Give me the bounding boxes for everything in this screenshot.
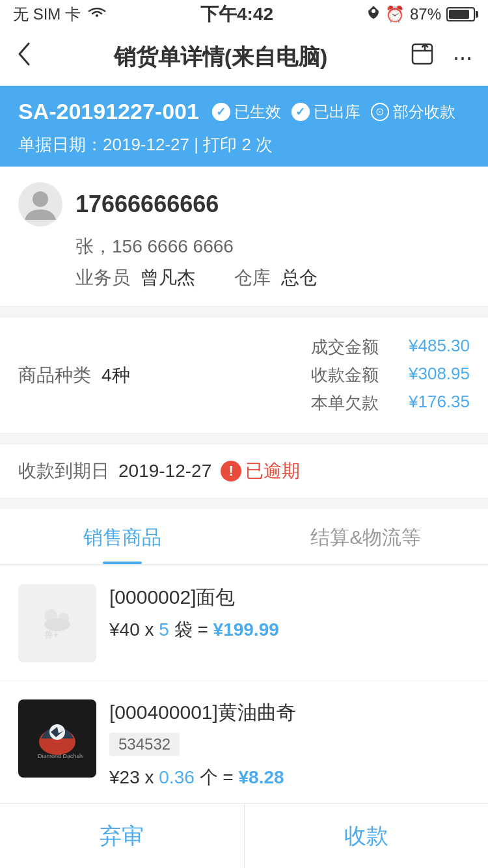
bottom-bar: 弃审 收款 xyxy=(0,803,488,868)
tab-products[interactable]: 销售商品 xyxy=(0,509,244,564)
status-carrier: 无 SIM 卡 xyxy=(13,4,107,25)
avatar xyxy=(18,182,62,226)
svg-point-0 xyxy=(372,9,375,13)
badge-shipped: ✓ 已出库 xyxy=(291,102,360,122)
order-date-print: 单据日期：2019-12-27 | 打印 2 次 xyxy=(18,133,470,156)
warehouse-label: 仓库 xyxy=(234,267,271,288)
due-date: 2019-12-27 xyxy=(118,461,211,481)
order-id: SA-20191227-001 xyxy=(18,99,199,124)
wifi-icon xyxy=(87,5,107,23)
product-name-2: [000400001]黄油曲奇 xyxy=(109,699,470,726)
reject-button[interactable]: 弃审 xyxy=(0,804,245,868)
product-price-2: ¥23 x 0.36 个 = ¥8.28 xyxy=(109,765,470,790)
customer-phone: 17666666666 xyxy=(75,191,219,218)
overdue-text: 已逾期 xyxy=(245,459,300,483)
badge-effective: ✓ 已生效 xyxy=(212,102,281,122)
product-name-1: [0000002]面包 xyxy=(109,584,470,611)
collect-button[interactable]: 收款 xyxy=(245,804,489,868)
owed-value: ¥176.35 xyxy=(392,392,470,414)
staff-name: 曾凡杰 xyxy=(141,267,195,288)
svg-text:Diamond Dachshund: Diamond Dachshund xyxy=(38,753,83,759)
received-value: ¥308.95 xyxy=(392,364,470,387)
overdue-badge: ! 已逾期 xyxy=(221,459,300,483)
product-item: 兽+ [0000002]面包 ¥40 x 5 袋 = ¥199.99 xyxy=(0,566,488,681)
overdue-icon: ! xyxy=(221,461,241,481)
type-count: 4种 xyxy=(102,363,130,388)
products-section: 兽+ [0000002]面包 ¥40 x 5 袋 = ¥199.99 Diamo xyxy=(0,566,488,809)
product-thumb-1: 兽+ xyxy=(18,584,96,662)
due-label: 收款到期日 xyxy=(18,459,109,483)
header-banner: SA-20191227-001 ✓ 已生效 ✓ 已出库 ⊙ 部分收款 单据日期：… xyxy=(0,86,488,167)
more-icon[interactable]: ··· xyxy=(453,44,472,71)
tabs-section: 销售商品 结算&物流等 xyxy=(0,509,488,565)
badge-partial: ⊙ 部分收款 xyxy=(371,102,455,122)
status-bar: 无 SIM 卡 下午4:42 ⏰ 87% xyxy=(0,0,488,29)
owed-label: 本单欠款 xyxy=(311,392,379,414)
received-label: 收款金额 xyxy=(311,364,379,387)
due-section: 收款到期日 2019-12-27 ! 已逾期 xyxy=(0,444,488,498)
page-title: 销货单详情(来自电脑) xyxy=(114,42,328,72)
product-thumb-2: Diamond Dachshund xyxy=(18,699,96,778)
svg-point-2 xyxy=(33,191,48,207)
tab-settlement[interactable]: 结算&物流等 xyxy=(244,509,488,564)
product-item: Diamond Dachshund [000400001]黄油曲奇 534532… xyxy=(0,681,488,809)
clock-icon: ⊙ xyxy=(371,103,389,121)
status-time: 下午4:42 xyxy=(200,2,273,27)
nav-bar: 销货单详情(来自电脑) ··· xyxy=(0,29,488,86)
status-right: ⏰ 87% xyxy=(367,5,475,24)
share-icon[interactable] xyxy=(410,42,435,72)
battery-text: 87% xyxy=(410,5,441,23)
amount-label: 成交金额 xyxy=(311,336,379,359)
back-button[interactable] xyxy=(16,41,31,73)
check-icon-1: ✓ xyxy=(212,103,230,121)
product-info-1: [0000002]面包 ¥40 x 5 袋 = ¥199.99 xyxy=(109,584,470,642)
staff-row: 业务员 曾凡杰 仓库 总仓 xyxy=(18,265,470,290)
product-price-1: ¥40 x 5 袋 = ¥199.99 xyxy=(109,617,470,642)
staff-label: 业务员 xyxy=(75,267,130,288)
product-type: 商品种类 4种 xyxy=(18,363,130,388)
svg-text:兽+: 兽+ xyxy=(44,629,59,640)
amounts: 成交金额 ¥485.30 收款金额 ¥308.95 本单欠款 ¥176.35 xyxy=(311,336,470,414)
alarm-icon: ⏰ xyxy=(385,5,405,23)
customer-contact: 张，156 6666 6666 xyxy=(18,234,470,259)
check-icon-2: ✓ xyxy=(291,103,310,121)
type-label: 商品种类 xyxy=(18,363,91,388)
battery-icon xyxy=(446,7,475,21)
warehouse-name: 总仓 xyxy=(281,267,318,288)
carrier-text: 无 SIM 卡 xyxy=(13,4,81,25)
status-badges: ✓ 已生效 ✓ 已出库 ⊙ 部分收款 xyxy=(212,102,455,122)
customer-section: 17666666666 张，156 6666 6666 业务员 曾凡杰 仓库 总… xyxy=(0,167,488,306)
location-icon xyxy=(367,5,380,24)
product-info-2: [000400001]黄油曲奇 534532 ¥23 x 0.36 个 = ¥8… xyxy=(109,699,470,790)
summary-section: 商品种类 4种 成交金额 ¥485.30 收款金额 ¥308.95 本单欠款 ¥… xyxy=(0,317,488,433)
nav-actions: ··· xyxy=(410,42,472,72)
amount-value: ¥485.30 xyxy=(392,336,470,359)
product-sku: 534532 xyxy=(109,733,180,756)
